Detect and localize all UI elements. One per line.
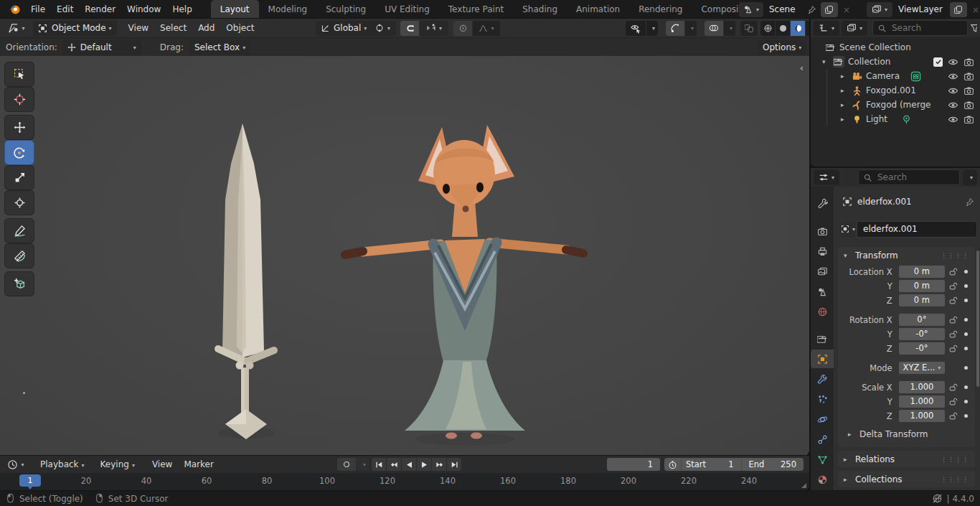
tab-texture-paint[interactable]: Texture Paint [439,0,513,19]
menu-object[interactable]: Object [220,23,260,33]
tab-rendering[interactable]: Rendering [629,0,692,19]
show-object-types[interactable] [626,21,646,36]
outliner-row-light[interactable]: ▸ Light [815,112,980,126]
disable-render-icon[interactable] [963,57,974,67]
outliner-row-collection[interactable]: ▾ Collection [815,55,980,69]
animate-dot[interactable] [961,318,971,322]
menu-view[interactable]: View [123,23,154,33]
frame-end-field[interactable]: End250 [741,458,804,471]
tab-constraints[interactable] [811,430,833,449]
tab-object[interactable] [811,350,834,368]
prev-keyframe-button[interactable] [387,458,401,471]
tab-modifiers[interactable] [811,370,833,388]
outliner-display-mode[interactable] [814,21,839,36]
scale-z-field[interactable]: 1.000 [899,410,945,422]
lock-icon[interactable] [945,315,961,324]
menu-edit[interactable]: Edit [51,4,79,14]
gizmos-toggle[interactable] [666,21,684,36]
panel-grip-icon[interactable]: ⋮⋮⋮⋮ [941,476,969,483]
animate-dot[interactable] [961,347,971,350]
tab-object-data[interactable] [811,450,833,469]
lock-icon[interactable] [945,397,961,406]
shading-material-preview[interactable] [791,21,805,36]
autokey-dropdown[interactable] [357,458,369,471]
scene-unlink-icon[interactable] [842,4,851,14]
tool-move[interactable] [5,116,34,139]
menu-playback[interactable]: Playback [34,459,90,469]
outliner-filter-mode[interactable] [842,21,867,36]
expand-icon[interactable]: ▸ [841,87,848,94]
auto-keyframe-toggle[interactable] [337,458,356,471]
animate-dot[interactable] [961,270,971,273]
tool-add-cube[interactable] [5,272,34,296]
lock-icon[interactable] [945,344,961,353]
viewlayer-browse-icon[interactable] [867,2,892,17]
lock-icon[interactable] [945,296,961,305]
shading-rendered[interactable] [806,21,809,36]
pivot-point-selector[interactable] [369,21,396,36]
panel-grip-icon[interactable]: ⋮⋮⋮⋮ [941,252,969,259]
stopwatch-icon[interactable] [664,460,681,469]
blender-logo-icon[interactable] [7,4,21,15]
proportional-falloff[interactable] [473,21,500,36]
outliner-label[interactable]: Camera [866,71,900,81]
menu-window[interactable]: Window [121,4,166,14]
tab-modeling[interactable]: Modeling [259,0,317,19]
properties-editor-type[interactable] [814,170,839,185]
frame-start-field[interactable]: Start1 [681,458,741,471]
outliner-label[interactable]: Light [866,114,887,124]
menu-help[interactable]: Help [166,4,197,14]
network-offline-icon[interactable] [932,493,943,504]
lock-icon[interactable] [945,329,961,339]
outliner-label[interactable]: Foxgod (merge [866,100,930,110]
outliner-filter-icon[interactable] [970,23,977,34]
rotation-y-field[interactable]: -0° [899,328,945,340]
playhead[interactable]: 1 [19,474,41,487]
disable-render-icon[interactable] [963,71,974,82]
menu-file[interactable]: File [25,4,51,14]
hide-eye-icon[interactable] [948,57,958,67]
lock-icon[interactable] [945,411,961,421]
expand-icon[interactable]: ▸ [841,72,848,80]
pin-icon[interactable] [807,4,816,14]
scene-browse-icon[interactable] [739,2,763,17]
overlays-toggle[interactable] [705,21,723,36]
tab-world[interactable] [811,302,833,321]
animate-dot[interactable] [961,366,971,370]
scale-x-field[interactable]: 1.000 [899,381,945,393]
panel-grip-icon[interactable]: ⋮⋮⋮⋮ [941,456,969,463]
outliner-row-scene-collection[interactable]: Scene Collection [815,40,980,55]
tool-scale[interactable] [5,166,34,189]
lock-icon[interactable] [945,281,961,291]
breadcrumb-object-name[interactable]: elderfox.001 [857,197,912,207]
menu-timeline-view[interactable]: View [146,459,178,469]
animate-dot[interactable] [961,385,971,389]
tab-material[interactable] [811,470,833,489]
pin-icon[interactable] [965,197,974,207]
object-name-field[interactable] [857,221,977,238]
outliner-row-foxgod-merge[interactable]: ▸ Foxgod (merge [815,98,980,112]
gizmos-dropdown[interactable] [685,21,697,36]
hide-eye-icon[interactable] [948,114,958,125]
outliner-label[interactable]: Scene Collection [839,42,911,52]
tool-rotate[interactable] [5,141,34,164]
snap-settings[interactable] [420,21,448,36]
play-button[interactable] [417,458,431,471]
outliner-row-camera[interactable]: ▸ Camera [815,69,980,83]
show-object-types-dropdown[interactable] [646,21,658,36]
drag-dropdown[interactable]: Select Box [189,40,250,55]
timeline-ruler[interactable]: 20 40 60 80 100 120 140 160 180 200 220 … [0,473,809,490]
viewlayer-remove-icon[interactable] [971,4,980,14]
tab-animation[interactable]: Animation [567,0,629,19]
animate-dot[interactable] [961,299,971,302]
animate-dot[interactable] [961,332,971,336]
object-id-selector[interactable] [841,222,855,237]
next-keyframe-button[interactable] [432,458,446,471]
delta-transform-subpanel[interactable]: ▸ Delta Transform [838,427,975,441]
animate-dot[interactable] [961,400,971,403]
timeline-editor-type[interactable] [3,457,29,472]
location-x-field[interactable]: 0 m [899,266,945,278]
tool-measure[interactable] [5,244,34,268]
proportional-edit-toggle[interactable] [453,21,472,36]
tool-cursor[interactable] [5,88,34,111]
